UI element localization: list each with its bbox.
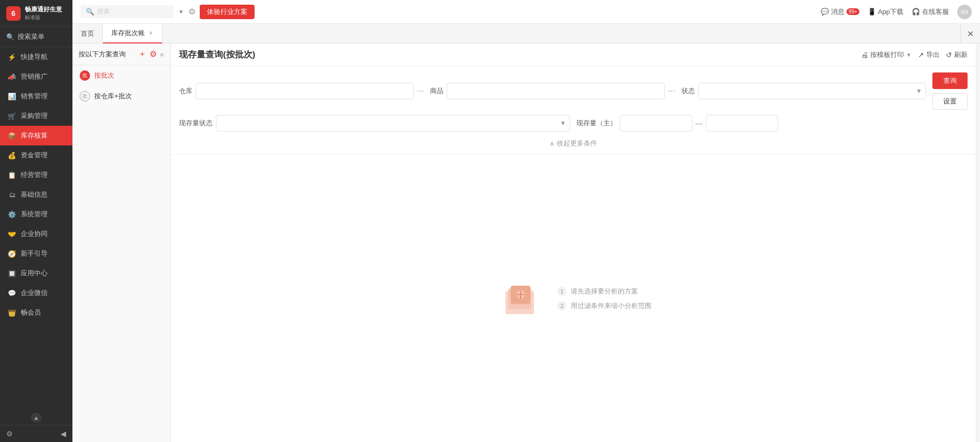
sidebar-item-member[interactable]: 👑 畅会员 xyxy=(0,303,72,322)
app-download-item[interactable]: 📱 App下载 xyxy=(868,7,903,17)
inventory-status-filter: 现存量状态 ▼ xyxy=(179,115,570,131)
page-title: 现存量查询(按批次) xyxy=(179,49,255,61)
operation-icon: 📋 xyxy=(7,170,17,180)
topbar-dropdown-icon[interactable]: ▼ xyxy=(178,8,184,16)
topbar-left: 🔍 搜索 ▼ ⚙ 体验行业方案 xyxy=(81,5,815,19)
sidebar-item-finance[interactable]: 💰 资金管理 xyxy=(0,145,72,165)
scheme-by-warehouse-batch[interactable]: 批 按仓库+批次 xyxy=(72,86,170,107)
tab-close-icon[interactable]: × xyxy=(148,28,154,38)
sidebar-item-sales[interactable]: 📊 销售管理 xyxy=(0,86,72,106)
sidebar-footer: ⚙ ◀ xyxy=(0,425,72,442)
collapse-more-btn[interactable]: ∧ 收起更多条件 xyxy=(179,137,968,148)
enterprise-icon: 🤝 xyxy=(7,229,17,239)
right-scrollbar[interactable] xyxy=(976,43,980,442)
brand-name: 畅康通好生意 xyxy=(25,5,62,14)
footer-settings-icon[interactable]: ⚙ xyxy=(6,430,13,438)
inventory-qty-label: 现存量（主） xyxy=(576,119,617,128)
sidebar-header: 6 畅康通好生意 标准版 xyxy=(0,0,72,27)
footer-collapse-icon[interactable]: ◀ xyxy=(61,430,66,438)
phone-icon: 📱 xyxy=(868,8,876,16)
collapse-more-icon: ∧ xyxy=(550,140,555,148)
query-button[interactable]: 查询 xyxy=(932,72,968,89)
trial-button[interactable]: 体验行业方案 xyxy=(200,5,255,19)
topbar-search-box[interactable]: 🔍 搜索 xyxy=(81,5,174,18)
online-support-item[interactable]: 🎧 在线客服 xyxy=(912,7,949,17)
warehouse-input[interactable] xyxy=(196,83,414,99)
inventory-qty-from-input[interactable] xyxy=(620,115,692,131)
product-label: 商品 xyxy=(430,86,443,96)
sidebar-item-inventory[interactable]: 📦 库存核算 xyxy=(0,126,72,145)
messages-item[interactable]: 💬 消息 99+ xyxy=(821,7,859,17)
sidebar-item-apps[interactable]: 🔲 应用中心 xyxy=(0,263,72,283)
print-dropdown-icon[interactable]: ▼ xyxy=(906,52,912,58)
status-filter: 状态 ▼ xyxy=(681,83,926,99)
sidebar-nav: ⚡ 快捷导航 📣 营销推广 📊 销售管理 🛒 采购管理 📦 库存核算 💰 资金管… xyxy=(0,47,72,410)
scheme-active-icon: 批 xyxy=(80,70,90,81)
topbar-right: 💬 消息 99+ 📱 App下载 🎧 在线客服 Rit xyxy=(821,5,972,19)
tabbar-close-button[interactable]: ✕ xyxy=(960,24,980,43)
sidebar-item-guide[interactable]: 🧭 新手引导 xyxy=(0,244,72,263)
search-icon: 🔍 xyxy=(6,33,14,41)
marketing-icon: 📣 xyxy=(7,72,17,81)
empty-num-1: 1 xyxy=(557,287,567,296)
topbar-search-icon: 🔍 xyxy=(86,8,94,16)
sidebar-scroll-up: ▲ xyxy=(0,410,72,425)
message-icon: 💬 xyxy=(821,8,829,16)
sales-icon: 📊 xyxy=(7,92,17,101)
topbar-search-text: 搜索 xyxy=(97,7,110,16)
inventory-qty-to-input[interactable] xyxy=(706,115,778,131)
warehouse-label: 仓库 xyxy=(179,86,192,96)
empty-illustration xyxy=(495,273,547,325)
tab-home[interactable]: 首页 xyxy=(72,24,103,43)
sidebar-item-marketing[interactable]: 📣 营销推广 xyxy=(0,67,72,86)
content-area: 按以下方案查询 ＋ ⚙ « 批 按批次 批 按仓库+批次 现存量查询(按批次) xyxy=(72,43,980,442)
topbar-gear-icon[interactable]: ⚙ xyxy=(188,7,196,17)
main-area: 🔍 搜索 ▼ ⚙ 体验行业方案 💬 消息 99+ 📱 App下载 🎧 在线客服 xyxy=(72,0,980,442)
member-icon: 👑 xyxy=(7,308,17,317)
print-button[interactable]: 🖨 按模板打印 ▼ xyxy=(861,50,912,60)
inventory-icon: 📦 xyxy=(7,131,17,140)
sidebar-item-wechat[interactable]: 💬 企业微信 xyxy=(0,283,72,303)
system-icon: ⚙️ xyxy=(7,210,17,219)
sidebar-item-enterprise[interactable]: 🤝 企业协同 xyxy=(0,224,72,244)
product-input[interactable] xyxy=(447,83,665,99)
warehouse-more-icon[interactable]: ··· xyxy=(417,86,424,96)
sidebar-item-purchase[interactable]: 🛒 采购管理 xyxy=(0,106,72,126)
empty-state: 1 请先选择要分析的方案 2 用过滤条件来缩小分析范围 xyxy=(171,155,976,442)
tab-inventory-batch[interactable]: 库存批次账 × xyxy=(103,24,162,43)
sidebar-item-system[interactable]: ⚙️ 系统管理 xyxy=(0,204,72,224)
wechat-icon: 💬 xyxy=(7,288,17,298)
empty-text-block: 1 请先选择要分析的方案 2 用过滤条件来缩小分析范围 xyxy=(557,287,651,311)
export-button[interactable]: ↗ 导出 xyxy=(918,50,940,60)
tabbar: 首页 库存批次账 × ✕ xyxy=(72,24,980,43)
scheme-by-batch[interactable]: 批 按批次 xyxy=(72,65,170,86)
sidebar-item-quick-nav[interactable]: ⚡ 快捷导航 xyxy=(0,47,72,67)
export-icon: ↗ xyxy=(918,51,924,59)
inventory-status-select[interactable] xyxy=(216,115,570,131)
warehouse-filter: 仓库 ··· xyxy=(179,83,424,99)
left-panel: 按以下方案查询 ＋ ⚙ « 批 按批次 批 按仓库+批次 xyxy=(72,43,171,442)
qty-range-dash: — xyxy=(695,119,703,127)
settings-button[interactable]: 设置 xyxy=(932,93,968,110)
filter-row-1: 仓库 ··· 商品 ··· 状态 xyxy=(179,72,968,110)
inventory-status-label: 现存量状态 xyxy=(179,119,213,128)
scheme-settings-icon[interactable]: ⚙ xyxy=(150,49,157,59)
quick-nav-icon: ⚡ xyxy=(7,52,17,62)
guide-icon: 🧭 xyxy=(7,249,17,258)
search-menu[interactable]: 🔍 搜索菜单 xyxy=(0,27,72,47)
app-logo: 6 xyxy=(6,6,21,21)
user-avatar[interactable]: Rit xyxy=(957,5,972,19)
sidebar-item-basics[interactable]: 🗂 基础信息 xyxy=(0,185,72,204)
status-select[interactable] xyxy=(698,83,926,99)
sidebar-item-operation[interactable]: 📋 经营管理 xyxy=(0,165,72,185)
scroll-up-btn[interactable]: ▲ xyxy=(31,412,41,423)
product-filter: 商品 ··· xyxy=(430,83,675,99)
query-actions: 查询 设置 xyxy=(932,72,968,110)
right-panel: 现存量查询(按批次) 🖨 按模板打印 ▼ ↗ 导出 ↺ 刷新 xyxy=(171,43,976,442)
product-more-icon[interactable]: ··· xyxy=(668,86,675,96)
refresh-icon: ↺ xyxy=(946,51,952,59)
topbar: 🔍 搜索 ▼ ⚙ 体验行业方案 💬 消息 99+ 📱 App下载 🎧 在线客服 xyxy=(72,0,980,24)
panel-collapse-icon[interactable]: « xyxy=(160,50,164,58)
refresh-button[interactable]: ↺ 刷新 xyxy=(946,50,968,60)
add-scheme-icon[interactable]: ＋ xyxy=(138,49,146,60)
